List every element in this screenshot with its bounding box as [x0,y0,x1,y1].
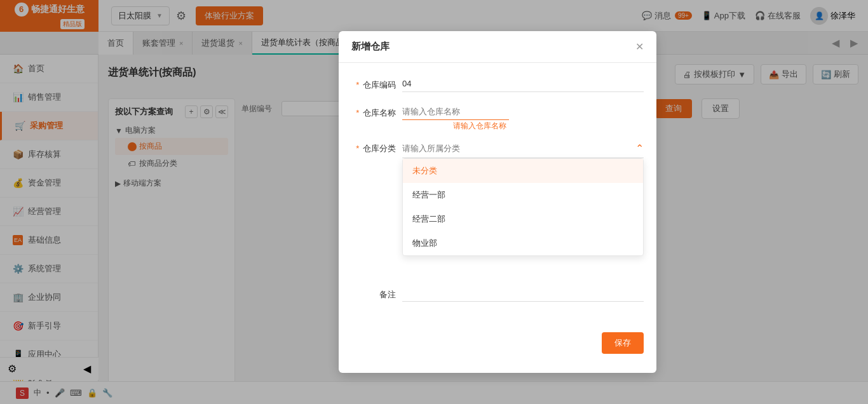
warehouse-category-label: * 仓库分类 [351,139,402,154]
modal-body: * 仓库编码 * 仓库名称 请输入仓库名称 * 仓库分类 [339,63,656,326]
category-dropdown-trigger[interactable]: ⌃ [402,139,644,158]
warehouse-notes-input[interactable] [402,285,644,302]
warehouse-category-row: * 仓库分类 ⌃ 未分类 经营一部 经营二部 物业部 [351,139,644,158]
warehouse-code-label: * 仓库编码 [351,76,402,91]
dropdown-item-property[interactable]: 物业部 [403,231,643,255]
warehouse-name-label: * 仓库名称 [351,104,402,119]
modal-footer: 保存 [339,326,656,354]
warehouse-category-wrap: ⌃ 未分类 经营一部 经营二部 物业部 [402,139,644,158]
category-toggle-icon: ⌃ [635,142,644,154]
save-button[interactable]: 保存 [602,332,644,354]
required-mark-code: * [356,80,359,90]
warehouse-code-input[interactable] [402,76,644,92]
modal-title: 新增仓库 [351,41,390,53]
warehouse-code-row: * 仓库编码 [351,76,644,92]
warehouse-name-error: 请输入仓库名称 [453,121,506,131]
required-mark-name: * [356,108,359,118]
required-mark-category: * [356,144,359,153]
category-input[interactable] [402,144,635,153]
dropdown-item-uncategorized[interactable]: 未分类 [403,159,643,183]
modal-header: 新增仓库 ✕ [339,31,656,63]
warehouse-notes-row: 备注 [351,285,644,302]
warehouse-notes-label: 备注 [351,285,402,300]
category-dropdown-list: 未分类 经营一部 经营二部 物业部 [402,158,644,256]
warehouse-name-wrap: 请输入仓库名称 [402,104,644,120]
modal-close-button[interactable]: ✕ [635,41,644,53]
warehouse-name-input[interactable] [402,104,509,120]
dropdown-item-ops1[interactable]: 经营一部 [403,183,643,207]
warehouse-name-row: * 仓库名称 请输入仓库名称 [351,104,644,120]
dropdown-item-ops2[interactable]: 经营二部 [403,207,643,231]
new-warehouse-modal: 新增仓库 ✕ * 仓库编码 * 仓库名称 请输入仓库名称 * [339,31,656,373]
